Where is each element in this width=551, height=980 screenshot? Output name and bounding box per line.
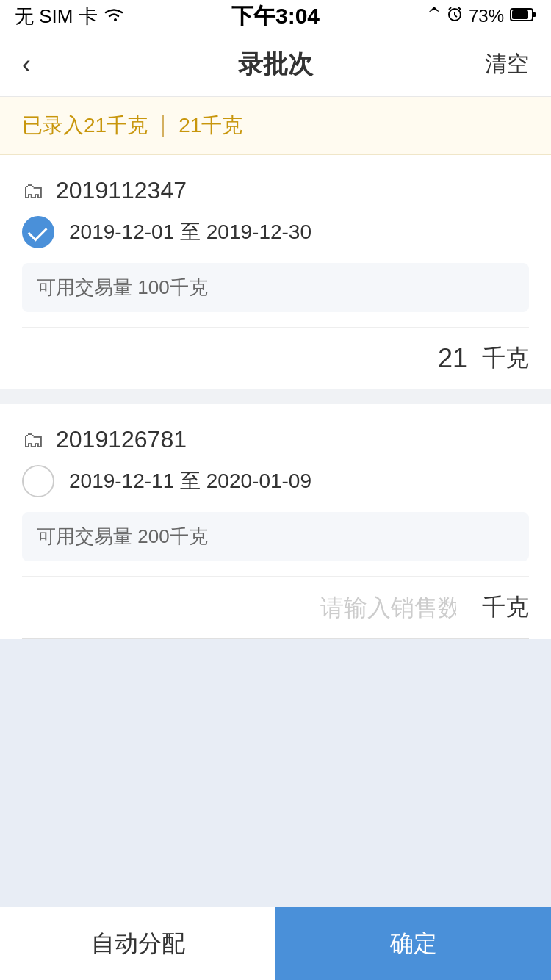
status-bar-time: 下午3:04: [231, 1, 320, 32]
batch1-id-row: 🗂 2019112347: [22, 177, 529, 204]
alarm-icon: [447, 6, 463, 26]
batch1-available-qty: 可用交易量 100千克: [22, 263, 529, 312]
batch2-radio[interactable]: [22, 465, 54, 497]
confirm-button[interactable]: 确定: [276, 907, 551, 980]
batch1-qty-value: 21: [438, 343, 467, 374]
info-banner: 已录入21千克 21千克: [0, 97, 551, 155]
nav-bar: ‹ 录批次 清空: [0, 32, 551, 97]
page-title: 录批次: [238, 48, 313, 82]
battery-icon: [510, 6, 536, 26]
status-bar-left: 无 SIM 卡: [15, 4, 124, 29]
batch2-qty-input[interactable]: [320, 594, 467, 621]
battery-percentage: 73%: [469, 6, 504, 26]
batch2-input-row: 千克: [22, 576, 529, 639]
recorded-label: 已录入21千克: [22, 112, 148, 140]
status-bar-right: 73%: [428, 6, 536, 26]
wifi-icon: [104, 5, 124, 28]
batch2-id-icon: 🗂: [22, 428, 44, 453]
back-button[interactable]: ‹: [22, 49, 66, 80]
total-label: 21千克: [179, 112, 242, 140]
status-bar: 无 SIM 卡 下午3:04: [0, 0, 551, 32]
carrier-text: 无 SIM 卡: [15, 4, 98, 29]
batch2-card: 🗂 2019126781 2019-12-11 至 2020-01-09 可用交…: [0, 404, 551, 639]
svg-line-3: [449, 7, 451, 10]
batch2-available-qty: 可用交易量 200千克: [22, 512, 529, 561]
batch2-id: 2019126781: [56, 426, 187, 453]
batch2-date: 2019-12-11 至 2020-01-09: [69, 467, 311, 495]
batch1-input-row: 21 千克: [22, 327, 529, 389]
bottom-bar: 自动分配 确定: [0, 907, 551, 980]
batch1-id-icon: 🗂: [22, 179, 44, 203]
svg-line-2: [455, 15, 457, 17]
card-divider-1: [0, 389, 551, 404]
clear-button[interactable]: 清空: [485, 49, 529, 79]
batch1-qty-unit: 千克: [482, 342, 529, 375]
batch1-date-row[interactable]: 2019-12-01 至 2019-12-30: [22, 216, 529, 248]
banner-divider: [162, 115, 164, 137]
location-icon: [428, 6, 441, 26]
batch1-id: 2019112347: [56, 177, 187, 204]
auto-distribute-button[interactable]: 自动分配: [0, 907, 276, 980]
batch1-date: 2019-12-01 至 2019-12-30: [69, 218, 311, 246]
svg-rect-7: [512, 10, 528, 19]
batch2-date-row[interactable]: 2019-12-11 至 2020-01-09: [22, 465, 529, 497]
svg-rect-6: [533, 12, 536, 17]
batch1-card: 🗂 2019112347 2019-12-01 至 2019-12-30 可用交…: [0, 155, 551, 389]
batch2-qty-unit: 千克: [482, 591, 529, 624]
batch2-id-row: 🗂 2019126781: [22, 426, 529, 453]
batch1-radio[interactable]: [22, 216, 54, 248]
svg-line-4: [458, 7, 461, 10]
